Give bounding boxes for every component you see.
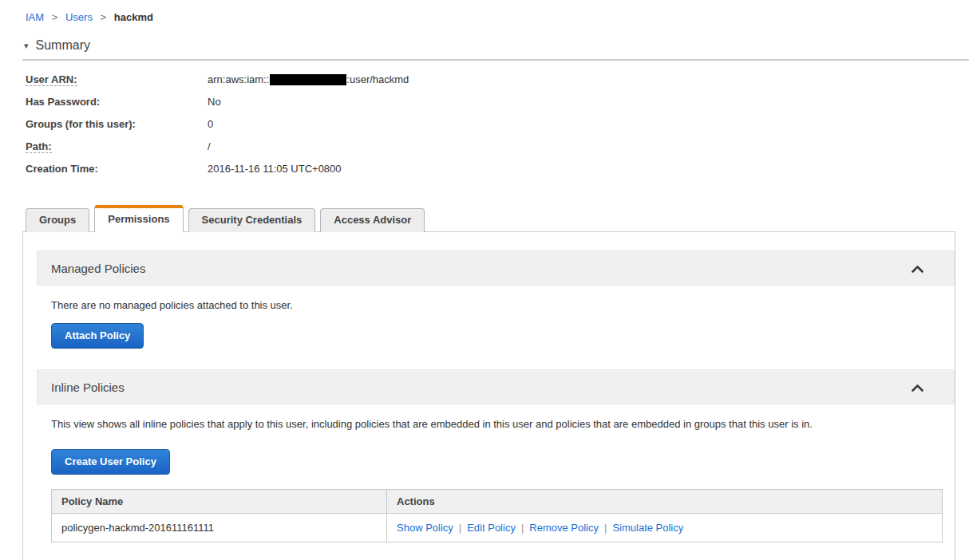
field-row-has-password: Has Password: No <box>26 96 969 108</box>
tab-bar: Groups Permissions Security Credentials … <box>0 205 969 231</box>
managed-policies-body: There are no managed policies attached t… <box>37 299 955 349</box>
show-policy-link[interactable]: Show Policy <box>397 522 453 534</box>
breadcrumb: IAM > Users > hackmd <box>26 11 969 23</box>
inline-policies-description: This view shows all inline policies that… <box>51 418 943 430</box>
has-password-value: No <box>208 96 221 108</box>
simulate-policy-link[interactable]: Simulate Policy <box>612 522 683 534</box>
breadcrumb-separator: > <box>101 11 107 23</box>
summary-fields: User ARN: arn:aws:iam:::user/hackmd Has … <box>26 73 969 175</box>
remove-policy-link[interactable]: Remove Policy <box>529 522 599 534</box>
tab-groups[interactable]: Groups <box>26 208 89 232</box>
attach-policy-button[interactable]: Attach Policy <box>51 323 144 349</box>
field-row-user-arn: User ARN: arn:aws:iam:::user/hackmd <box>26 73 969 85</box>
table-header-row: Policy Name Actions <box>52 490 943 514</box>
breadcrumb-separator: > <box>52 11 58 23</box>
groups-count-value: 0 <box>208 118 213 130</box>
field-label: Has Password: <box>26 96 208 108</box>
field-row-groups: Groups (for this user): 0 <box>26 118 969 130</box>
breadcrumb-current-user: hackmd <box>114 11 153 23</box>
user-arn-value: arn:aws:iam:::user/hackmd <box>208 73 409 85</box>
managed-policies-title: Managed Policies <box>51 262 145 275</box>
action-separator: | <box>604 522 607 534</box>
field-label: Creation Time: <box>26 163 208 175</box>
summary-section-toggle[interactable]: ▾ Summary <box>24 38 969 53</box>
create-user-policy-button[interactable]: Create User Policy <box>51 449 170 475</box>
field-row-creation-time: Creation Time: 2016-11-16 11:05 UTC+0800 <box>26 163 969 175</box>
managed-policies-empty-text: There are no managed policies attached t… <box>51 299 943 311</box>
field-label: Groups (for this user): <box>26 118 208 130</box>
triangle-down-icon: ▾ <box>24 41 29 51</box>
redacted-account-id <box>270 74 346 85</box>
breadcrumb-link-users[interactable]: Users <box>65 11 93 23</box>
column-header-actions: Actions <box>387 490 943 514</box>
creation-time-value: 2016-11-16 11:05 UTC+0800 <box>208 163 342 175</box>
policy-name-cell: policygen-hackmd-201611161111 <box>52 514 387 542</box>
edit-policy-link[interactable]: Edit Policy <box>467 522 516 534</box>
action-separator: | <box>459 522 461 534</box>
field-label: Path: <box>26 140 208 152</box>
policy-actions-cell: Show Policy|Edit Policy|Remove Policy|Si… <box>387 514 943 542</box>
path-value: / <box>208 140 211 152</box>
action-separator: | <box>521 522 524 534</box>
inline-policies-title: Inline Policies <box>51 381 125 394</box>
field-row-path: Path: / <box>26 140 969 152</box>
inline-policies-table: Policy Name Actions policygen-hackmd-201… <box>51 489 943 542</box>
tab-security-credentials[interactable]: Security Credentials <box>188 208 316 232</box>
inline-policies-header[interactable]: Inline Policies <box>37 369 955 404</box>
permissions-tab-panel: Managed Policies There are no managed po… <box>22 231 955 560</box>
tab-permissions[interactable]: Permissions <box>94 205 183 232</box>
breadcrumb-link-iam[interactable]: IAM <box>26 11 44 23</box>
tab-access-advisor[interactable]: Access Advisor <box>320 208 425 232</box>
summary-divider <box>22 59 969 61</box>
chevron-up-icon[interactable] <box>912 266 924 273</box>
table-row: policygen-hackmd-201611161111 Show Polic… <box>52 514 943 542</box>
inline-policies-body: This view shows all inline policies that… <box>37 418 955 542</box>
column-header-policy-name: Policy Name <box>52 490 387 514</box>
chevron-up-icon[interactable] <box>912 385 924 392</box>
inline-policies-section: Inline Policies This view shows all inli… <box>37 369 955 542</box>
field-label: User ARN: <box>26 73 208 85</box>
managed-policies-header[interactable]: Managed Policies <box>37 250 955 286</box>
managed-policies-section: Managed Policies There are no managed po… <box>37 250 955 349</box>
summary-title: Summary <box>36 38 90 53</box>
